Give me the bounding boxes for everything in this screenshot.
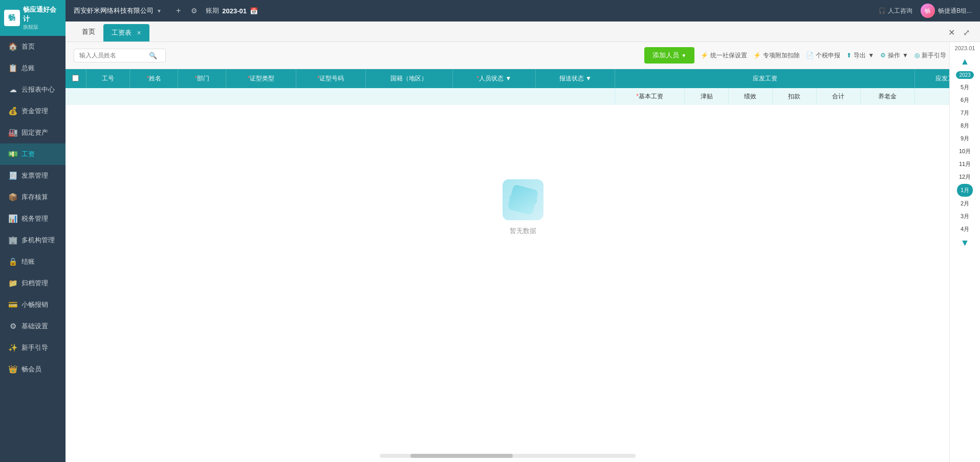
svg-rect-4: [527, 197, 529, 199]
company-name: 西安虾米网络科技有限公司: [74, 6, 154, 15]
month-6[interactable]: 6月: [954, 94, 975, 107]
th-checkbox[interactable]: [66, 69, 86, 88]
personal-tax-button[interactable]: 📄 个税申报: [806, 51, 840, 60]
empty-text: 暂无数据: [510, 226, 536, 236]
search-icon: 🔍: [149, 52, 157, 59]
month-8[interactable]: 8月: [954, 119, 975, 132]
status-filter-icon[interactable]: ▼: [506, 75, 512, 82]
sidebar-item-tax[interactable]: 📊 税务管理: [0, 208, 66, 229]
th-sub-spacer: [66, 88, 615, 105]
sidebar-item-archive[interactable]: 📁 归档管理: [0, 272, 66, 294]
new-guide-button[interactable]: ◎ 新手引导: [914, 51, 946, 60]
sidebar-label-cloud-report: 云报表中心: [21, 85, 55, 94]
svg-rect-2: [525, 195, 530, 200]
export-button[interactable]: ⬆ 导出 ▼: [846, 51, 874, 60]
app-version: 旗舰版: [23, 24, 61, 31]
period-info: 账期 2023-01 📅: [206, 6, 258, 15]
sidebar-item-inventory[interactable]: 📦 库存核算: [0, 186, 66, 208]
customer-service[interactable]: 🎧 人工咨询: [878, 7, 912, 15]
next-year-button[interactable]: ▼: [959, 236, 972, 250]
tab-salary[interactable]: 工资表 ✕: [103, 24, 149, 41]
sidebar-item-expense[interactable]: 💳 小畅报销: [0, 294, 66, 316]
service-label: 人工咨询: [888, 7, 912, 15]
month-11[interactable]: 11月: [954, 158, 975, 171]
sidebar-label-expense: 小畅报销: [21, 300, 48, 309]
tab-home[interactable]: 首页: [74, 23, 103, 41]
prev-year-button[interactable]: ▲: [959, 54, 972, 69]
month-2[interactable]: 2月: [954, 197, 975, 210]
sidebar-label-tax: 税务管理: [21, 214, 48, 223]
special-deduction-icon: ⚡: [753, 52, 761, 59]
month-4[interactable]: 4月: [954, 223, 975, 236]
month-5[interactable]: 5月: [954, 81, 975, 94]
th-id: 工号: [86, 69, 130, 88]
sidebar-item-invoice[interactable]: 🧾 发票管理: [0, 165, 66, 186]
archive-icon: 📁: [8, 279, 17, 288]
month-9[interactable]: 9月: [954, 132, 975, 145]
scrollbar-thumb[interactable]: [410, 454, 513, 458]
svg-rect-3: [517, 197, 519, 199]
sidebar-item-salary[interactable]: 💵 工资: [0, 143, 66, 165]
social-security-button[interactable]: ⚡ 统一社保设置: [701, 51, 747, 60]
user-menu[interactable]: 畅 畅捷通B组...: [921, 4, 972, 18]
th-id-no: *证型号码: [296, 69, 365, 88]
company-selector[interactable]: 西安虾米网络科技有限公司 ▼: [74, 6, 162, 15]
sidebar-item-cloud-report[interactable]: ☁ 云报表中心: [0, 79, 66, 100]
salary-icon: 💵: [8, 150, 17, 159]
sidebar-item-close[interactable]: 🔒 结账: [0, 251, 66, 272]
month-10[interactable]: 10月: [954, 145, 975, 158]
scrollbar-track: [380, 454, 636, 458]
tab-salary-close[interactable]: ✕: [137, 30, 141, 36]
toolbar: 🔍 添加人员 ▼ ⚡ 统一社保设置 ⚡ 专项附加扣除 📄 个税申报 ⬆ 导出: [66, 42, 980, 69]
th-performance: 绩效: [728, 88, 772, 105]
sidebar-item-ledger[interactable]: 📋 总账: [0, 57, 66, 79]
sidebar-label-guide: 新手引导: [21, 343, 48, 352]
month-1[interactable]: 1月: [957, 184, 972, 197]
sidebar-label-inventory: 库存核算: [21, 193, 48, 202]
settings-button[interactable]: ⚙: [189, 5, 200, 17]
select-all-checkbox[interactable]: [72, 75, 79, 81]
special-deduction-button[interactable]: ⚡ 专项附加扣除: [753, 51, 800, 60]
sidebar-item-fixed-assets[interactable]: 🏭 固定资产: [0, 122, 66, 143]
tabs-bar: 首页 工资表 ✕ ✕ ⤢: [66, 22, 980, 42]
member-icon: 👑: [8, 365, 17, 374]
month-3[interactable]: 3月: [954, 210, 975, 223]
sidebar-item-multi-org[interactable]: 🏢 多机构管理: [0, 229, 66, 251]
add-person-button[interactable]: 添加人员 ▼: [644, 47, 694, 64]
month-7[interactable]: 7月: [954, 107, 975, 119]
sidebar-item-home[interactable]: 🏠 首页: [0, 36, 66, 57]
sidebar-label-invoice: 发票管理: [21, 171, 48, 180]
operate-button[interactable]: ⚙ 操作 ▼: [880, 51, 908, 60]
sidebar-item-guide[interactable]: ✨ 新手引导: [0, 337, 66, 359]
maximize-button[interactable]: ⤢: [961, 26, 972, 39]
sidebar-label-close: 结账: [21, 257, 35, 266]
svg-rect-8: [533, 196, 536, 203]
report-filter-icon[interactable]: ▼: [585, 75, 592, 82]
expense-icon: 💳: [8, 300, 17, 309]
search-wrap[interactable]: 🔍: [74, 49, 166, 62]
sidebar-label-member: 畅会员: [21, 365, 41, 374]
period-label: 账期: [206, 6, 219, 15]
export-icon: ⬆: [846, 52, 852, 59]
settings-icon: ⚙: [8, 322, 17, 331]
year-badge: 2023: [956, 71, 973, 79]
sidebar-item-member[interactable]: 👑 畅会员: [0, 359, 66, 380]
personal-tax-icon: 📄: [806, 52, 814, 59]
main-content: 🔍 添加人员 ▼ ⚡ 统一社保设置 ⚡ 专项附加扣除 📄 个税申报 ⬆ 导出: [66, 42, 980, 462]
guide-icon: ✨: [8, 343, 17, 352]
sidebar-label-settings: 基础设置: [21, 322, 48, 331]
month-12[interactable]: 12月: [954, 171, 975, 183]
search-input[interactable]: [79, 52, 146, 59]
horizontal-scrollbar[interactable]: [66, 454, 949, 458]
sidebar-item-fund[interactable]: 💰 资金管理: [0, 100, 66, 122]
sidebar-label-fixed-assets: 固定资产: [21, 128, 48, 137]
calendar-icon[interactable]: 📅: [250, 7, 258, 15]
close-panel-button[interactable]: ✕: [946, 26, 957, 39]
export-dropdown-arrow: ▼: [868, 52, 874, 59]
cloud-report-icon: ☁: [8, 85, 17, 94]
add-company-button[interactable]: +: [174, 4, 183, 17]
sidebar-item-settings[interactable]: ⚙ 基础设置: [0, 316, 66, 337]
th-total: 合计: [816, 88, 860, 105]
ledger-icon: 📋: [8, 64, 17, 73]
th-report-status: 报送状态 ▼: [536, 69, 615, 88]
